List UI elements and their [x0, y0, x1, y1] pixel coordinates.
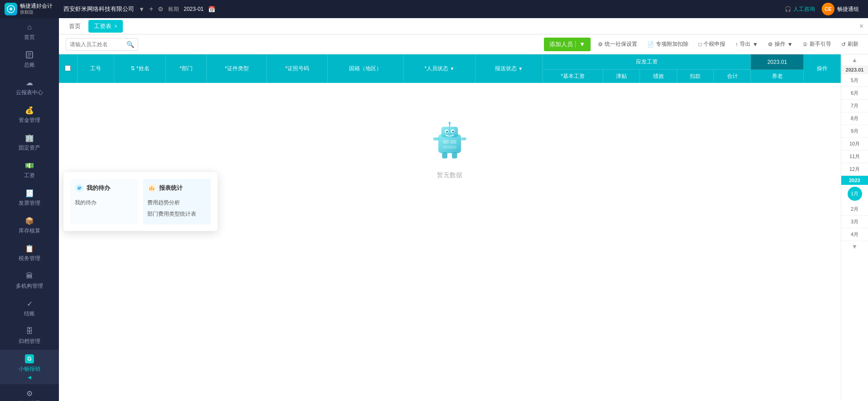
calendar-month-9[interactable]: 9月 — [841, 125, 868, 138]
dept-expense-link[interactable]: 部门费用类型统计表 — [147, 208, 206, 220]
search-input[interactable] — [70, 41, 124, 48]
sidebar-item-salary[interactable]: 💵 工资 — [0, 156, 59, 184]
sidebar-item-home[interactable]: ⌂ 首页 — [0, 18, 59, 46]
sidebar-item-inventory[interactable]: 📦 库存核算 — [0, 212, 59, 239]
add-person-btn[interactable]: 添加人员 ▼ — [544, 38, 591, 51]
export-icon: ↑ — [735, 41, 738, 48]
tax-declare-btn[interactable]: □ 个税申报 — [696, 38, 728, 51]
sidebar-label-inventory: 库存核算 — [19, 227, 40, 235]
calendar-month-11[interactable]: 11月 — [841, 150, 868, 163]
empty-text: 暂无数据 — [437, 171, 462, 179]
special-deduct-icon: 📄 — [647, 41, 654, 48]
header-cert-no: *证照号码 — [267, 54, 327, 83]
header-country: 国籍（地区） — [327, 54, 403, 83]
settings-icon[interactable]: ⚙ — [158, 5, 164, 13]
report-title-label: 报表统计 — [159, 184, 183, 192]
calendar-month-12[interactable]: 12月 — [841, 163, 868, 176]
salary-icon: 💵 — [25, 161, 34, 170]
xiao-chang-icon: G — [25, 354, 34, 363]
popup-menu-grid: 我的待办 我的待办 报表统计 费用趋势分析 部门费用类型统计表 — [70, 179, 211, 224]
user-area[interactable]: CE 畅捷通组 — [822, 3, 859, 15]
special-deduct-btn[interactable]: 📄 专项附加扣除 — [645, 38, 691, 51]
expense-trend-link[interactable]: 费用趋势分析 — [147, 197, 206, 208]
sidebar-item-fixed-assets[interactable]: 🏢 固定资产 — [0, 129, 59, 156]
sidebar-item-tax[interactable]: 📋 税务管理 — [0, 239, 59, 267]
calendar-month-4[interactable]: 4月 — [841, 228, 868, 241]
tab-salary-close[interactable]: × — [114, 23, 117, 29]
my-todo-link[interactable]: 我的待办 — [75, 197, 134, 208]
headset-icon: 🎧 — [785, 6, 791, 12]
sidebar-item-settlement[interactable]: ✓ 结账 — [0, 295, 59, 322]
logo-area: 畅捷通好会计 旗舰版 — [5, 3, 59, 15]
company-dropdown-arrow[interactable]: ▼ — [139, 6, 145, 13]
svg-rect-13 — [443, 140, 449, 144]
social-insurance-btn[interactable]: ⚙ 统一社保设置 — [595, 38, 640, 51]
tab-bar: 首页 工资表 × × — [59, 18, 868, 34]
calendar-nav-down[interactable]: ▼ — [841, 241, 868, 252]
support-btn[interactable]: 🎧 人工咨询 — [785, 5, 815, 13]
svg-point-12 — [449, 122, 451, 124]
calendar-icon[interactable]: 📅 — [208, 6, 215, 13]
add-person-label: 添加人员 — [549, 40, 573, 48]
svg-rect-19 — [452, 152, 457, 158]
export-dropdown-arrow: ▼ — [752, 41, 758, 48]
calendar-month-1[interactable]: 1月 — [848, 187, 862, 201]
user-avatar: CE — [822, 3, 834, 15]
sidebar-item-archive[interactable]: 🗄 归档管理 — [0, 322, 59, 350]
tab-home[interactable]: 首页 — [63, 20, 86, 33]
refresh-btn[interactable]: ↺ 刷新 — [839, 38, 861, 51]
calendar-month-7[interactable]: 7月 — [841, 100, 868, 112]
calendar-nav-up[interactable]: ▲ — [841, 54, 868, 65]
sidebar-item-cloud-report[interactable]: ☁ 云报表中心 — [0, 73, 59, 101]
popup-todo-title: 我的待办 — [75, 184, 134, 193]
add-person-dropdown-arrow: ▼ — [575, 41, 585, 48]
calendar-month-2[interactable]: 2月 — [841, 203, 868, 216]
svg-rect-15 — [443, 145, 456, 149]
operation-icon: ⚙ — [768, 41, 773, 48]
select-all-checkbox[interactable] — [65, 65, 71, 71]
export-btn[interactable]: ↑ 导出 ▼ — [732, 38, 761, 51]
sidebar-item-settings[interactable]: ⚙ 基础设置 — [0, 384, 59, 401]
tax-declare-icon: □ — [698, 41, 702, 48]
export-label: 导出 — [740, 40, 751, 48]
header-operation: 操作 — [804, 54, 841, 83]
popup-report-title: 报表统计 — [147, 184, 206, 193]
svg-rect-17 — [461, 137, 466, 140]
sub-header-bonus: 绩效 — [640, 70, 677, 83]
app-edition: 旗舰版 — [20, 9, 53, 15]
refresh-label: 刷新 — [848, 40, 858, 48]
svg-rect-21 — [150, 187, 150, 190]
sub-header-allowance: 津贴 — [603, 70, 640, 83]
multi-org-icon: 🏛 — [25, 271, 34, 280]
tax-icon: 📋 — [25, 244, 34, 253]
calendar-year-label: 2023.01 — [841, 65, 868, 74]
refresh-icon: ↺ — [841, 41, 846, 48]
sidebar-item-invoice[interactable]: 🧾 发票管理 — [0, 184, 59, 212]
sidebar-item-ledger[interactable]: 总账 — [0, 46, 59, 73]
calendar-month-10[interactable]: 10月 — [841, 138, 868, 150]
sidebar-label-cloud: 云报表中心 — [16, 89, 43, 97]
calendar-month-3[interactable]: 3月 — [841, 216, 868, 228]
inventory-icon: 📦 — [25, 216, 34, 225]
guide-btn[interactable]: ① 新手引导 — [800, 38, 834, 51]
sidebar-label-archive: 归档管理 — [19, 338, 40, 345]
header-person-status: *人员状态 ▼ — [404, 54, 475, 83]
calendar-month-8[interactable]: 8月 — [841, 112, 868, 125]
add-company-btn[interactable]: + — [149, 5, 153, 13]
report-icon — [147, 184, 156, 193]
calendar-month-5[interactable]: 5月 — [841, 74, 868, 87]
sub-header-base-wage: *基本工资 — [543, 70, 603, 83]
sidebar-label-invoice: 发票管理 — [19, 199, 40, 207]
operation-btn[interactable]: ⚙ 操作 ▼ — [765, 38, 795, 51]
sidebar-item-fund[interactable]: 💰 资金管理 — [0, 101, 59, 129]
sidebar-item-multi-org[interactable]: 🏛 多机构管理 — [0, 267, 59, 295]
home-icon: ⌂ — [25, 23, 34, 32]
calendar-month-6[interactable]: 6月 — [841, 87, 868, 100]
fixed-assets-icon: 🏢 — [25, 133, 34, 142]
search-box[interactable]: 🔍 — [66, 38, 138, 51]
close-all-btn[interactable]: × — [859, 22, 863, 30]
svg-rect-18 — [442, 152, 448, 158]
operation-label: 操作 — [775, 40, 786, 48]
sidebar-item-xiao-chang[interactable]: G 小畅报销 ◀ — [0, 350, 59, 384]
tab-salary[interactable]: 工资表 × — [88, 20, 123, 33]
